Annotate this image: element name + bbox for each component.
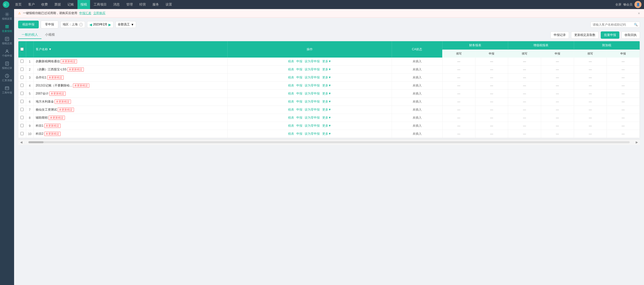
op-more-1[interactable]: 更多▼ — [322, 68, 331, 71]
op-declare-7[interactable]: 申报 — [296, 116, 302, 119]
op-zero-8[interactable]: 设为零申报 — [305, 124, 320, 127]
type-tab-small[interactable]: 小规模 — [42, 31, 58, 39]
th-finance-fill: 填写 — [442, 50, 475, 58]
member-btn[interactable]: 畅会员 — [623, 3, 632, 7]
row-checkbox-5[interactable] — [20, 100, 24, 103]
sidebar-item-personal-tax[interactable]: 个税申报 — [0, 47, 14, 59]
nav-settings[interactable]: 设置 — [163, 0, 175, 9]
op-zero-5[interactable]: 设为零申报 — [305, 100, 320, 103]
op-more-9[interactable]: 更多▼ — [322, 132, 331, 135]
op-more-6[interactable]: 更多▼ — [322, 108, 331, 111]
op-tax-table-9[interactable]: 税表 — [288, 132, 294, 135]
row-checkbox-2[interactable] — [20, 76, 24, 79]
banner-close-btn[interactable]: × — [638, 11, 640, 15]
scroll-thumb[interactable] — [28, 141, 44, 143]
btn-batch-declare[interactable]: 批量申报 — [601, 31, 619, 39]
banner-link-summary[interactable]: 申报汇差 — [79, 11, 91, 15]
op-more-2[interactable]: 更多▼ — [322, 76, 331, 79]
app-logo[interactable]: C — [3, 1, 10, 8]
scroll-track[interactable] — [28, 141, 630, 143]
nav-operation[interactable]: 经营 — [136, 0, 149, 9]
user-avatar[interactable]: 👤 — [634, 1, 641, 8]
op-zero-1[interactable]: 设为零申报 — [305, 68, 320, 71]
sidebar-item-tax-settings[interactable]: 报税设置 — [0, 10, 14, 22]
nav-manage[interactable]: 管理 — [123, 0, 136, 9]
op-declare-5[interactable]: 申报 — [296, 100, 302, 103]
tab-zero-declaration[interactable]: 零申报 — [41, 21, 58, 28]
select-all-checkbox[interactable] — [20, 48, 24, 51]
op-declare-4[interactable]: 申报 — [296, 92, 302, 95]
btn-declaration-record[interactable]: 申报记录 — [550, 31, 569, 39]
row-checkbox-7[interactable] — [20, 116, 24, 119]
employee-filter[interactable]: 全部员工 ▼ — [115, 21, 136, 28]
row-checkbox-6[interactable] — [20, 108, 24, 111]
next-month-btn[interactable]: ▶ — [108, 23, 111, 27]
fullscreen-btn[interactable]: 全屏 — [615, 3, 621, 7]
nav-home[interactable]: 首页 — [12, 0, 25, 9]
type-tab-general[interactable]: 一般的税人 — [18, 31, 42, 39]
op-more-7[interactable]: 更多▼ — [322, 116, 331, 119]
row-checkbox-9[interactable] — [20, 132, 24, 135]
btn-update-tax[interactable]: 更新税定及取数 — [571, 31, 599, 39]
sidebar-item-annual[interactable]: 工商年报 — [0, 84, 14, 96]
nav-tax[interactable]: 报税 — [77, 0, 90, 9]
op-tax-table-4[interactable]: 税表 — [288, 92, 294, 95]
op-tax-table-2[interactable]: 税表 — [288, 76, 294, 79]
op-zero-9[interactable]: 设为零申报 — [305, 132, 320, 135]
op-zero-2[interactable]: 设为零申报 — [305, 76, 320, 79]
nav-fee[interactable]: 收费 — [38, 0, 51, 9]
op-more-4[interactable]: 更多▼ — [322, 92, 331, 95]
op-zero-3[interactable]: 设为零申报 — [305, 84, 320, 87]
nav-message[interactable]: 消息 — [110, 0, 123, 9]
op-declare-0[interactable]: 申报 — [296, 60, 302, 63]
nav-client[interactable]: 客户 — [25, 0, 38, 9]
status-tag-3: 未更新税定 — [73, 83, 89, 88]
row-checkbox-8[interactable] — [20, 124, 24, 127]
op-zero-6[interactable]: 设为零申报 — [305, 108, 320, 111]
search-input[interactable] — [593, 23, 633, 26]
region-info-icon[interactable]: i — [79, 23, 83, 26]
sidebar-item-overview[interactable]: 报税总览 — [0, 35, 14, 47]
op-more-8[interactable]: 更多▼ — [322, 124, 331, 127]
op-zero-4[interactable]: 设为零申报 — [305, 92, 320, 95]
op-tax-table-1[interactable]: 税表 — [288, 68, 294, 71]
op-tax-table-8[interactable]: 税表 — [288, 124, 294, 127]
nav-bookkeeping[interactable]: 记账 — [64, 0, 77, 9]
nav-business[interactable]: 工商项目 — [91, 0, 110, 9]
prev-month-btn[interactable]: ◀ — [89, 23, 92, 27]
row-checkbox-3[interactable] — [20, 84, 24, 87]
op-zero-7[interactable]: 设为零申报 — [305, 116, 320, 119]
op-declare-8[interactable]: 申报 — [296, 124, 302, 127]
op-more-3[interactable]: 更多▼ — [322, 84, 331, 87]
op-tax-table-0[interactable]: 税表 — [288, 60, 294, 63]
op-more-5[interactable]: 更多▼ — [322, 100, 331, 103]
scroll-right-btn[interactable]: ▶ — [634, 140, 640, 144]
op-declare-9[interactable]: 申报 — [296, 132, 302, 135]
sort-icon[interactable]: ▼ — [49, 48, 52, 51]
row-added-report-4: — — [607, 90, 640, 98]
op-declare-6[interactable]: 申报 — [296, 108, 302, 111]
scroll-left-btn[interactable]: ◀ — [18, 140, 24, 144]
op-tax-table-3[interactable]: 税表 — [288, 84, 294, 87]
op-declare-3[interactable]: 申报 — [296, 84, 302, 87]
op-declare-1[interactable]: 申报 — [296, 68, 302, 71]
region-selector[interactable]: 地区：上海 i — [60, 21, 85, 28]
nav-invoice[interactable]: 票据 — [51, 0, 64, 9]
search-icon[interactable]: 🔍 — [634, 23, 638, 26]
btn-collect-receipt[interactable]: 收取回执 — [621, 31, 640, 39]
sidebar-item-batch-tax[interactable]: 批量报税 — [0, 22, 14, 35]
op-tax-table-5[interactable]: 税表 — [288, 100, 294, 103]
tab-tax-declaration[interactable]: 税款申报 — [18, 21, 39, 28]
sidebar-item-records[interactable]: 报税记录 — [0, 59, 14, 72]
banner-link-buy[interactable]: 立即购买 — [93, 11, 105, 15]
op-tax-table-7[interactable]: 税表 — [288, 116, 294, 119]
row-checkbox-1[interactable] — [20, 68, 24, 71]
op-tax-table-6[interactable]: 税表 — [288, 108, 294, 111]
op-declare-2[interactable]: 申报 — [296, 76, 302, 79]
op-zero-0[interactable]: 设为零申报 — [305, 60, 320, 63]
row-checkbox-0[interactable] — [20, 60, 24, 63]
row-checkbox-4[interactable] — [20, 92, 24, 95]
nav-service[interactable]: 服务 — [149, 0, 162, 9]
sidebar-item-settle[interactable]: 汇算清缴 — [0, 72, 14, 84]
op-more-0[interactable]: 更多▼ — [322, 60, 331, 63]
